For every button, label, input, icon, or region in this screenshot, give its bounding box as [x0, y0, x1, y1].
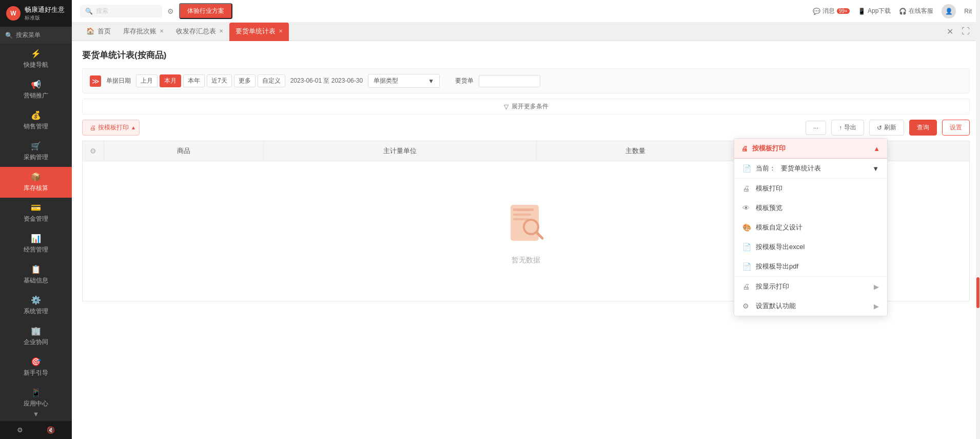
headset-icon: 🎧	[899, 8, 907, 15]
sidebar-item-enterprise[interactable]: 🏢 企业协同	[0, 321, 72, 352]
print-btn-group: 🖨 按模板打印 ▲	[82, 120, 140, 136]
goods-filter-label: 要货单	[455, 77, 474, 85]
pdf-icon: 📄	[742, 262, 751, 271]
date-btn-custom[interactable]: 自定义	[258, 74, 285, 87]
sidebar-item-system[interactable]: ⚙️ 系统管理	[0, 290, 72, 321]
sales-icon: 💰	[31, 110, 41, 120]
sidebar-item-label: 新手引导	[24, 369, 48, 377]
app-badge: 标准版	[25, 14, 65, 22]
print-template-print[interactable]: 🖨 模板打印	[734, 179, 887, 198]
expand-icon: ▽	[504, 103, 508, 110]
sidebar-item-basic[interactable]: 📋 基础信息	[0, 259, 72, 290]
quick-nav-icon: ⚡	[31, 49, 41, 59]
print-current-template[interactable]: 📄 当前： 要货单统计表 ▼	[734, 159, 887, 178]
main-area: 🔍 搜索 ⚙ 体验行业方案 💬 消息 99+ 📱 App下载 🎧 在线客服 👤 …	[72, 0, 980, 439]
display-print-icon: 🖨	[742, 282, 751, 291]
app-download-action[interactable]: 📱 App下载	[858, 7, 891, 15]
logo-icon: W	[6, 6, 21, 21]
guide-icon: 🎯	[31, 357, 41, 367]
settings-gear-icon[interactable]: ⚙	[167, 7, 174, 15]
sidebar-item-guide[interactable]: 🎯 新手引导	[0, 352, 72, 383]
maximize-icon[interactable]: ⛶	[959, 25, 972, 39]
app-download-label: App下载	[868, 7, 891, 15]
mute-icon[interactable]: 🔇	[47, 426, 55, 434]
settings-button[interactable]: 设置	[942, 120, 970, 136]
chevron-right-icon: ▶	[874, 283, 879, 291]
type-filter-select[interactable]: 单据类型 ▼	[368, 74, 440, 88]
col-goods: 商品	[104, 141, 264, 161]
date-btn-this-month[interactable]: 本月	[160, 74, 181, 87]
print-display-print-left: 🖨 按显示打印	[742, 282, 789, 291]
goods-filter-input[interactable]	[479, 75, 540, 87]
gear-icon[interactable]: ⚙	[90, 147, 96, 155]
design-icon: 🎨	[742, 223, 751, 232]
print-export-pdf[interactable]: 📄 按模板导出pdf	[734, 257, 887, 276]
print-current-label: 当前：	[756, 164, 776, 173]
print-template-custom[interactable]: 🎨 模板自定义设计	[734, 218, 887, 237]
print-template-button[interactable]: 🖨 按模板打印 ▲	[82, 120, 140, 136]
settings-icon[interactable]: ⚙	[17, 426, 23, 434]
col-quantity: 主数量	[537, 141, 734, 161]
message-action[interactable]: 💬 消息 99+	[813, 7, 850, 15]
query-button[interactable]: 查询	[909, 120, 937, 136]
topbar: 🔍 搜索 ⚙ 体验行业方案 💬 消息 99+ 📱 App下载 🎧 在线客服 👤 …	[72, 0, 980, 23]
chevron-right-icon: ▶	[874, 302, 879, 310]
expand-more-btn[interactable]: ▽ 展开更多条件	[82, 99, 970, 114]
date-btn-this-year[interactable]: 本年	[183, 74, 205, 87]
tab-close-icon[interactable]: ✕	[160, 28, 164, 34]
sidebar-item-finance[interactable]: 💳 资金管理	[0, 198, 72, 228]
refresh-button[interactable]: ↺ 刷新	[869, 120, 904, 136]
system-icon: ⚙️	[31, 295, 41, 305]
topbar-search[interactable]: 🔍 搜索	[80, 5, 162, 17]
search-icon: 🔍	[85, 8, 93, 15]
sidebar-item-operations[interactable]: 📊 经营管理	[0, 228, 72, 259]
tab-close-icon[interactable]: ✕	[279, 28, 283, 34]
online-service-label: 在线客服	[909, 7, 933, 15]
online-service-action[interactable]: 🎧 在线客服	[899, 7, 933, 15]
message-badge: 99+	[837, 8, 850, 14]
date-buttons: 上月 本月 本年 近7天 更多 自定义	[136, 74, 285, 87]
sidebar-scroll-down[interactable]: ▼	[0, 407, 72, 421]
basic-icon: 📋	[31, 264, 41, 274]
sidebar-item-marketing[interactable]: 📢 营销推广	[0, 74, 72, 105]
print-current-name: 要货单统计表	[781, 164, 821, 173]
sidebar-item-label: 销售管理	[24, 122, 48, 131]
tab-receipt-summary-label: 收发存汇总表	[176, 27, 216, 36]
chevron-down-icon: ▼	[872, 165, 879, 173]
print-export-excel[interactable]: 📄 按模板导出excel	[734, 237, 887, 257]
sidebar-item-quick-nav[interactable]: ⚡ 快捷导航	[0, 44, 72, 74]
chevron-up-icon[interactable]: ▲	[873, 145, 880, 152]
app-name: 畅康通好生意	[25, 5, 65, 14]
sidebar-item-label: 系统管理	[24, 307, 48, 316]
close-tab-icon[interactable]: ✕	[945, 25, 955, 39]
trial-button[interactable]: 体验行业方案	[179, 3, 232, 19]
print-display-print[interactable]: 🖨 按显示打印 ▶	[734, 277, 887, 296]
username-label[interactable]: Rit	[964, 8, 972, 15]
more-options-button[interactable]: ···	[806, 121, 826, 135]
date-btn-7days[interactable]: 近7天	[207, 74, 232, 87]
date-btn-more[interactable]: 更多	[234, 74, 256, 87]
settings-icon: ⚙	[742, 302, 751, 310]
tab-home[interactable]: 🏠 首页	[80, 23, 117, 41]
sidebar-search[interactable]: 🔍 搜索菜单	[0, 27, 72, 44]
print-template-preview[interactable]: 👁 模板预览	[734, 198, 887, 218]
printer-icon: 🖨	[90, 124, 96, 131]
sidebar-item-inventory[interactable]: 📦 库存核算	[0, 167, 72, 198]
app-center-icon: 📱	[31, 388, 41, 397]
tab-inventory-batch[interactable]: 库存批次账 ✕	[117, 23, 170, 41]
scrollbar-thumb	[976, 277, 979, 308]
tabs-right-actions: ✕ ⛶	[945, 25, 972, 39]
right-scrollbar[interactable]	[976, 0, 980, 439]
tab-order-stats[interactable]: 要货单统计表 ✕	[229, 23, 289, 41]
sidebar-item-purchase[interactable]: 🛒 采购管理	[0, 136, 72, 167]
sidebar-item-app-center[interactable]: 📱 应用中心	[0, 383, 72, 407]
filter-expand-button[interactable]: ≫	[90, 75, 101, 87]
sidebar-item-sales[interactable]: 💰 销售管理	[0, 105, 72, 136]
export-button[interactable]: ↑ 导出	[831, 120, 864, 136]
print-default-func[interactable]: ⚙ 设置默认功能 ▶	[734, 296, 887, 316]
user-avatar[interactable]: 👤	[942, 4, 956, 18]
date-btn-last-month[interactable]: 上月	[136, 74, 158, 87]
tab-close-icon[interactable]: ✕	[219, 28, 223, 34]
print-export-excel-label: 按模板导出excel	[756, 242, 805, 252]
tab-receipt-summary[interactable]: 收发存汇总表 ✕	[170, 23, 229, 41]
